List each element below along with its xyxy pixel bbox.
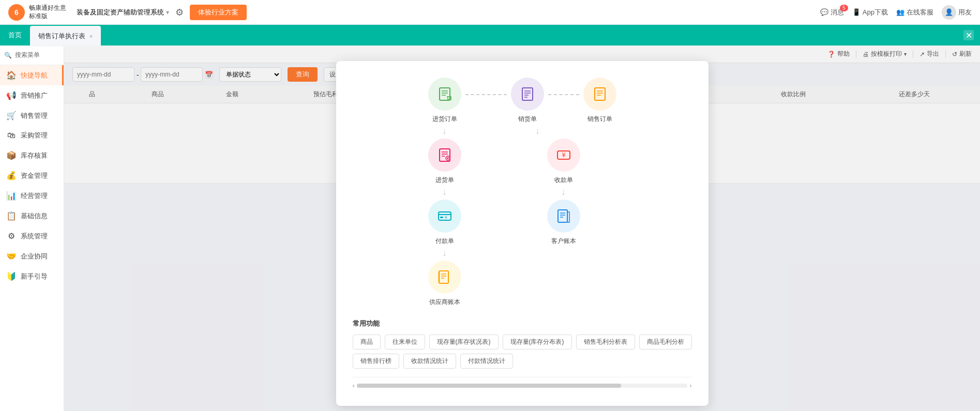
svg-text:¥: ¥ — [561, 151, 565, 159]
tab-close-icon[interactable]: × — [89, 33, 93, 39]
svg-rect-13 — [440, 217, 443, 218]
purchase-order-circle — [428, 78, 461, 111]
func-btn-receipt-stats[interactable]: 收款情况统计 — [403, 354, 456, 369]
sidebar: 🔍 搜索菜单 🏠 快捷导航 📢 营销推广 🛒 销售管理 🛍 采购管理 📦 库存核… — [0, 45, 64, 411]
sidebar-item-newbie[interactable]: 🔰 新手引导 — [0, 266, 64, 286]
sidebar-item-quick-nav[interactable]: 🏠 快捷导航 — [0, 65, 64, 85]
operations-icon: 📊 — [6, 191, 17, 201]
svg-text:¥: ¥ — [444, 215, 447, 220]
enterprise-icon: 🤝 — [6, 251, 17, 261]
payment-circle: ¥ — [428, 200, 461, 233]
try-btn[interactable]: 体验行业方案 — [190, 5, 247, 20]
func-btn-stock-dist[interactable]: 现存量(库存分布表) — [503, 334, 572, 349]
flow-diagram: 进货订单 ↓ 进货单 ↓ — [353, 78, 692, 307]
system-title-dropdown[interactable]: 装备及固定资产辅助管理系统 ▾ — [77, 8, 169, 17]
supplier-ledger-circle — [428, 261, 461, 294]
receipt-circle: ¥ — [547, 139, 580, 172]
message-icon: 💬 — [820, 8, 828, 16]
flow-item-sales-order[interactable]: 销售订单 — [579, 78, 621, 124]
sidebar-item-purchase[interactable]: 🛍 采购管理 — [0, 126, 64, 145]
sidebar-item-basic-info[interactable]: 📋 基础信息 — [0, 206, 64, 226]
sales-bill-circle — [511, 78, 544, 111]
app-download-action[interactable]: 📱 App下载 — [852, 8, 888, 17]
sidebar-item-inventory[interactable]: 📦 库存核算 — [0, 145, 64, 165]
settings-icon[interactable]: ⚙ — [175, 7, 184, 18]
modal-overlay[interactable]: 进货订单 ↓ 进货单 ↓ — [64, 45, 980, 411]
func-btn-sales-rank[interactable]: 销售排行榜 — [353, 354, 399, 369]
flow-item-purchase-order[interactable]: 进货订单 — [424, 78, 465, 124]
tab-sales-order[interactable]: 销售订单执行表 × — [30, 26, 101, 47]
basic-info-icon: 📋 — [6, 211, 17, 221]
message-badge: 5 — [840, 5, 848, 11]
app-download-icon: 📱 — [852, 8, 861, 16]
brand-text: 畅康通好生意 标准版 — [29, 4, 66, 20]
message-action[interactable]: 💬 消息 5 — [820, 8, 844, 17]
tab-home[interactable]: 首页 — [0, 25, 30, 45]
svg-rect-31 — [558, 210, 567, 222]
content-area: ❓ 帮助 🖨 按模板打印 ▾ ↗ 导出 ↺ 刷新 — [64, 45, 980, 411]
user-area[interactable]: 👤 用友 — [942, 5, 972, 20]
finance-icon: 💰 — [6, 171, 17, 180]
func-btn-stock-status[interactable]: 现存量(库存状况表) — [429, 334, 499, 349]
svg-rect-25 — [595, 88, 605, 100]
scroll-bar[interactable] — [357, 384, 687, 388]
arrow-down-5: ↓ — [561, 187, 566, 197]
flow-item-payment[interactable]: ¥ 付款单 — [424, 200, 465, 246]
func-buttons-row2: 销售排行榜 收款情况统计 付款情况统计 — [353, 354, 692, 369]
sales-icon: 🛒 — [6, 111, 17, 120]
customer-ledger-circle — [547, 200, 580, 233]
flow-item-customer-ledger[interactable]: 客户账本 — [543, 200, 584, 246]
sidebar-item-system[interactable]: ⚙ 系统管理 — [0, 226, 64, 246]
newbie-icon: 🔰 — [6, 271, 17, 281]
sidebar-item-marketing[interactable]: 📢 营销推广 — [0, 85, 64, 105]
search-icon: 🔍 — [4, 52, 12, 59]
logo-area: 6 畅康通好生意 标准版 — [8, 4, 70, 21]
system-title: 装备及固定资产辅助管理系统 — [77, 8, 164, 17]
sidebar-item-sales[interactable]: 🛒 销售管理 — [0, 105, 64, 126]
sales-order-circle — [583, 78, 616, 111]
dropdown-arrow-icon: ▾ — [166, 9, 169, 16]
flow-item-supplier-ledger[interactable]: 供应商账本 — [424, 261, 465, 307]
func-btn-sales-gross[interactable]: 销售毛利分析表 — [576, 334, 635, 349]
svg-rect-0 — [440, 88, 450, 100]
sidebar-search[interactable]: 🔍 搜索菜单 — [0, 45, 64, 65]
arrow-down-1: ↓ — [442, 126, 447, 136]
flow-item-purchase-bill[interactable]: 进货单 — [424, 139, 465, 185]
purchase-icon: 🛍 — [6, 131, 17, 140]
func-btn-payment-stats[interactable]: 付款情况统计 — [460, 354, 513, 369]
main-layout: 🔍 搜索菜单 🏠 快捷导航 📢 营销推广 🛒 销售管理 🛍 采购管理 📦 库存核… — [0, 45, 980, 411]
svg-rect-20 — [522, 88, 533, 100]
sidebar-item-operations[interactable]: 📊 经营管理 — [0, 186, 64, 206]
online-service-icon: 👥 — [896, 8, 904, 16]
func-btn-partner[interactable]: 往来单位 — [385, 334, 425, 349]
svg-rect-16 — [438, 272, 440, 282]
sidebar-item-finance[interactable]: 💰 资金管理 — [0, 165, 64, 186]
user-avatar: 👤 — [942, 5, 956, 20]
header-right: 💬 消息 5 📱 App下载 👥 在线客服 👤 用友 — [820, 5, 972, 20]
quick-nav-icon: 🏠 — [6, 70, 17, 80]
flow-item-receipt[interactable]: ¥ 收款单 — [543, 139, 584, 185]
svg-rect-15 — [439, 271, 448, 283]
common-funcs: 常用功能 商品 往来单位 现存量(库存状况表) 现存量(库存分布表) 销售毛利分… — [353, 319, 692, 369]
online-service-action[interactable]: 👥 在线客服 — [896, 8, 933, 17]
quick-nav-modal: 进货订单 ↓ 进货单 ↓ — [336, 61, 708, 406]
flow-item-sales-bill[interactable]: 销货单 — [507, 78, 548, 124]
sidebar-item-enterprise[interactable]: 🤝 企业协同 — [0, 246, 64, 266]
func-btn-product[interactable]: 商品 — [353, 334, 381, 349]
logo-icon: 6 — [8, 4, 25, 21]
arrow-down-3: ↓ — [442, 248, 447, 258]
scroll-left-icon[interactable]: ‹ — [353, 382, 355, 389]
scroll-bar-inner — [357, 384, 621, 388]
scroll-hint: ‹ › — [353, 377, 692, 389]
arrow-down-2: ↓ — [442, 187, 447, 197]
svg-rect-4 — [440, 149, 450, 161]
marketing-icon: 📢 — [6, 90, 17, 100]
func-btn-product-gross[interactable]: 商品毛利分析 — [639, 334, 692, 349]
close-all-tabs-button[interactable]: ✕ — [963, 30, 974, 40]
purchase-bill-circle — [428, 139, 461, 172]
scroll-right-icon[interactable]: › — [689, 382, 691, 389]
arrow-down-4: ↓ — [535, 126, 540, 136]
dashed-arrow-1 — [465, 94, 507, 95]
system-icon: ⚙ — [6, 231, 17, 241]
inventory-icon: 📦 — [6, 150, 17, 160]
